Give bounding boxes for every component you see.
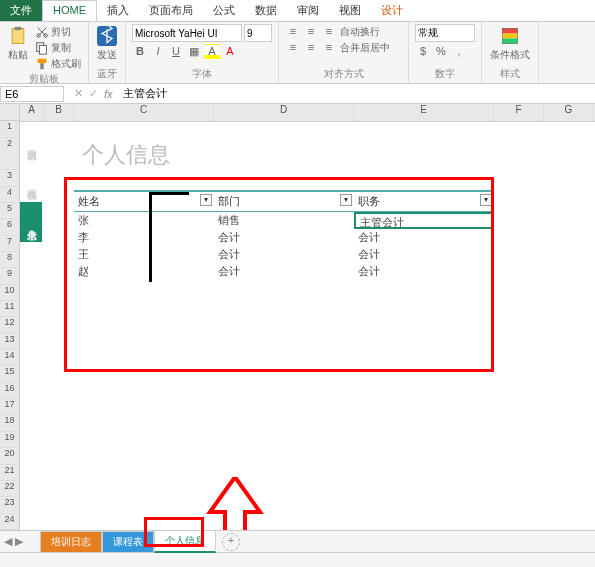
row-header[interactable]: 9 bbox=[0, 268, 19, 284]
sheet-tab-personal[interactable]: 个人信息 bbox=[154, 530, 216, 553]
font-name-select[interactable] bbox=[132, 24, 242, 42]
tab-review[interactable]: 审阅 bbox=[287, 0, 329, 21]
row-header[interactable]: 14 bbox=[0, 350, 19, 366]
col-header[interactable]: F bbox=[494, 104, 544, 121]
col-header[interactable]: G bbox=[544, 104, 594, 121]
row-header[interactable]: 6 bbox=[0, 219, 19, 235]
percent-button[interactable]: % bbox=[433, 44, 449, 60]
tab-data[interactable]: 数据 bbox=[245, 0, 287, 21]
paste-button[interactable]: 粘贴 bbox=[6, 24, 30, 64]
tab-design[interactable]: 设计 bbox=[371, 0, 413, 21]
row-header[interactable]: 10 bbox=[0, 285, 19, 301]
cell[interactable]: 张 bbox=[74, 212, 214, 229]
svg-rect-12 bbox=[503, 39, 518, 44]
bluetooth-icon bbox=[97, 26, 117, 46]
underline-button[interactable]: U bbox=[168, 44, 184, 60]
align-left-button[interactable]: ≡ bbox=[285, 40, 301, 56]
align-right-button[interactable]: ≡ bbox=[321, 40, 337, 56]
format-painter-button[interactable]: 格式刷 bbox=[34, 56, 82, 72]
row-header[interactable]: 23 bbox=[0, 497, 19, 513]
row-header[interactable]: 11 bbox=[0, 301, 19, 317]
row-header[interactable]: 2 bbox=[0, 138, 19, 171]
tab-formula[interactable]: 公式 bbox=[203, 0, 245, 21]
row-header[interactable]: 19 bbox=[0, 432, 19, 448]
confirm-icon[interactable]: ✓ bbox=[89, 87, 98, 100]
bold-button[interactable]: B bbox=[132, 44, 148, 60]
bluetooth-button[interactable]: 发送 bbox=[95, 24, 119, 64]
cond-format-button[interactable]: 条件格式 bbox=[488, 24, 532, 64]
group-bluetooth: 发送 蓝牙 bbox=[89, 22, 126, 83]
cell[interactable]: 销售 bbox=[214, 212, 354, 229]
cell[interactable]: 会计 bbox=[214, 263, 354, 280]
row-header[interactable]: 22 bbox=[0, 481, 19, 497]
col-header[interactable]: A bbox=[20, 104, 44, 121]
vtab-training[interactable]: 培训日志 bbox=[20, 122, 42, 162]
tab-insert[interactable]: 插入 bbox=[97, 0, 139, 21]
merge-button[interactable]: 合并后居中 bbox=[339, 40, 391, 56]
row-header[interactable]: 8 bbox=[0, 252, 19, 268]
select-all-corner[interactable] bbox=[0, 104, 19, 121]
cell[interactable]: 会计 bbox=[214, 246, 354, 263]
row-header[interactable]: 1 bbox=[0, 121, 19, 137]
brush-icon bbox=[35, 57, 49, 71]
row-header[interactable]: 21 bbox=[0, 465, 19, 481]
cell[interactable]: 李 bbox=[74, 229, 214, 246]
cancel-icon[interactable]: ✕ bbox=[74, 87, 83, 100]
row-header[interactable]: 7 bbox=[0, 236, 19, 252]
vtab-course[interactable]: 课程表 bbox=[20, 162, 42, 202]
new-sheet-button[interactable]: + bbox=[222, 533, 240, 551]
fill-color-button[interactable]: A bbox=[204, 44, 220, 60]
row-header[interactable]: 20 bbox=[0, 448, 19, 464]
currency-button[interactable]: $ bbox=[415, 44, 431, 60]
tab-view[interactable]: 视图 bbox=[329, 0, 371, 21]
sheet-tab-course[interactable]: 课程表 bbox=[102, 531, 154, 552]
border-button[interactable]: ▦ bbox=[186, 44, 202, 60]
wrap-button[interactable]: 自动换行 bbox=[339, 24, 381, 40]
italic-button[interactable]: I bbox=[150, 44, 166, 60]
sheet-nav[interactable]: ◀ ▶ bbox=[4, 535, 23, 548]
align-top-button[interactable]: ≡ bbox=[285, 24, 301, 40]
name-box[interactable] bbox=[0, 86, 64, 102]
cell[interactable]: 赵 bbox=[74, 263, 214, 280]
row-header[interactable]: 4 bbox=[0, 187, 19, 203]
copy-button[interactable]: 复制 bbox=[34, 40, 82, 56]
row-header[interactable]: 17 bbox=[0, 399, 19, 415]
number-format-select[interactable] bbox=[415, 24, 475, 42]
filter-name-button[interactable]: ▾ bbox=[200, 194, 212, 206]
tab-layout[interactable]: 页面布局 bbox=[139, 0, 203, 21]
comma-button[interactable]: , bbox=[451, 44, 467, 60]
row-header[interactable]: 24 bbox=[0, 514, 19, 530]
tab-home[interactable]: HOME bbox=[42, 0, 97, 21]
formula-input[interactable] bbox=[119, 87, 265, 101]
cell[interactable]: 会计 bbox=[354, 246, 494, 263]
cut-button[interactable]: 剪切 bbox=[34, 24, 82, 40]
row-header[interactable]: 5 bbox=[0, 203, 19, 219]
cell[interactable]: 王 bbox=[74, 246, 214, 263]
row-header[interactable]: 15 bbox=[0, 366, 19, 382]
row-header[interactable]: 3 bbox=[0, 170, 19, 186]
filter-role-button[interactable]: ▾ bbox=[480, 194, 492, 206]
col-header[interactable]: E bbox=[354, 104, 494, 121]
font-size-select[interactable] bbox=[244, 24, 272, 42]
row-header[interactable]: 16 bbox=[0, 383, 19, 399]
align-mid-button[interactable]: ≡ bbox=[303, 24, 319, 40]
tab-file[interactable]: 文件 bbox=[0, 0, 42, 21]
col-header[interactable]: C bbox=[74, 104, 214, 121]
row-header[interactable]: 18 bbox=[0, 415, 19, 431]
col-header[interactable]: B bbox=[44, 104, 74, 121]
fx-icon[interactable]: fx bbox=[104, 88, 113, 100]
align-center-button[interactable]: ≡ bbox=[303, 40, 319, 56]
filter-dept-button[interactable]: ▾ bbox=[340, 194, 352, 206]
cell[interactable]: 会计 bbox=[214, 229, 354, 246]
cell[interactable]: 会计 bbox=[354, 229, 494, 246]
align-bot-button[interactable]: ≡ bbox=[321, 24, 337, 40]
col-header[interactable]: D bbox=[214, 104, 354, 121]
cond-format-icon bbox=[500, 26, 520, 46]
cell[interactable]: 会计 bbox=[354, 263, 494, 280]
sheet-tab-training[interactable]: 培训日志 bbox=[40, 531, 102, 552]
font-color-button[interactable]: A bbox=[222, 44, 238, 60]
vtab-personal[interactable]: 个人信息 bbox=[20, 202, 42, 242]
row-header[interactable]: 13 bbox=[0, 334, 19, 350]
active-cell[interactable]: 主管会计 bbox=[354, 212, 494, 229]
row-header[interactable]: 12 bbox=[0, 317, 19, 333]
